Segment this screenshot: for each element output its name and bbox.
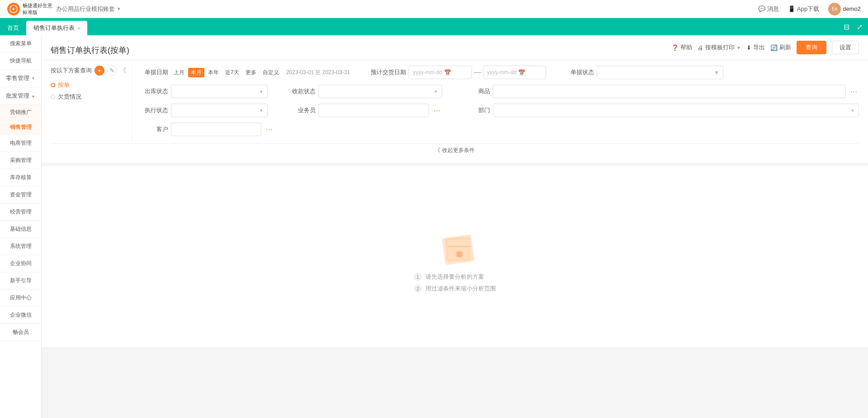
sidebar-item-enterprise[interactable]: 企业协同 (0, 255, 41, 272)
page-content: 销售订单执行表(按单) ❓ 帮助 🖨 按模板打印 ▼ ⬇ 导出 (42, 35, 868, 418)
date-start-input[interactable]: yyyy-mm-dd 📅 (409, 66, 472, 79)
shortcut-this-month[interactable]: 本月 (188, 68, 204, 77)
department-label: 部门 (463, 106, 490, 114)
filter-product: 商品 ··· (463, 85, 859, 98)
tab-close-icon[interactable]: × (77, 25, 80, 31)
sidebar-item-system[interactable]: 系统管理 (0, 238, 41, 255)
customer-input[interactable] (171, 123, 261, 136)
sidebar-item-retail[interactable]: 零售管理 ▼ (0, 70, 41, 87)
sidebar-item-new-guide[interactable]: 新手引导 (0, 272, 41, 290)
salesperson-input[interactable] (318, 104, 429, 117)
product-input[interactable] (493, 85, 846, 98)
department-select[interactable]: ▼ (493, 104, 859, 117)
print-icon: 🖨 (698, 44, 703, 51)
collection-status-select[interactable]: ▼ (318, 85, 442, 98)
edit-scheme-btn[interactable]: ✎ (107, 66, 117, 76)
expected-delivery-label: 预计交货日期 (371, 68, 406, 76)
shortcut-custom[interactable]: 自定义 (260, 68, 282, 77)
status-select[interactable]: ▼ (597, 66, 723, 79)
sidebar-item-ecommerce[interactable]: 电商管理 (0, 135, 41, 152)
filter-department: 部门 ▼ (463, 104, 859, 117)
sidebar-item-inventory[interactable]: 库存核算 (0, 169, 41, 186)
filter-collection-status: 收款状态 ▼ (288, 85, 442, 98)
date-shortcuts: 上月 本月 本年 近7天 更多 自定义 (171, 68, 282, 77)
shortcut-prev-month[interactable]: 上月 (171, 68, 187, 77)
date-separator: — (474, 68, 481, 76)
sidebar-item-membership[interactable]: 畅会员 (0, 324, 41, 341)
tab-bar: 首页 销售订单执行表 × ⊟ ⤢ (0, 18, 868, 35)
status-arrow-icon: ▼ (713, 69, 719, 76)
tab-home-label: 首页 (7, 24, 19, 32)
tab-minimize-icon[interactable]: ⊟ (842, 21, 851, 33)
delivery-status-select[interactable]: ▼ (171, 85, 268, 98)
scheme-sidebar: 按以下方案查询 + ✎ 《 按单 (51, 66, 132, 142)
user-area[interactable]: Ea demo2 (828, 3, 861, 15)
shortcut-more[interactable]: 更多 (243, 68, 259, 77)
refresh-btn[interactable]: 🔄 刷新 (770, 43, 791, 52)
date-end-input[interactable]: yyyy-mm-dd 📅 (483, 66, 546, 79)
logo-text: 畅捷通好生意 标准版 (23, 2, 52, 15)
sidebar-item-quick-nav[interactable]: 快捷导航 (0, 52, 41, 70)
sidebar: 搜索菜单 快捷导航 零售管理 ▼ 批发管理 ▲ 营销推广 销售管理 电商管理 采… (0, 35, 42, 418)
print-arrow-icon: ▼ (736, 45, 741, 50)
collection-status-label: 收款状态 (288, 87, 316, 95)
sidebar-item-search[interactable]: 搜索菜单 (0, 35, 41, 52)
tab-home[interactable]: 首页 (0, 21, 26, 35)
sidebar-item-basic[interactable]: 基础信息 (0, 221, 41, 238)
page-header: 销售订单执行表(按单) ❓ 帮助 🖨 按模板打印 ▼ ⬇ 导出 (42, 35, 868, 60)
data-area: 1 请先选择要分析的方案 2 用过滤条件来缩小分析范围 (42, 166, 868, 347)
app-download-action[interactable]: 📱 App下载 (788, 5, 819, 13)
tab-expand-icon[interactable]: ⤢ (855, 21, 864, 33)
collapse-btn[interactable]: 《 收起更多条件 (51, 143, 859, 157)
collapse-up-icon: 《 (435, 147, 440, 154)
content-area: 销售订单执行表(按单) ❓ 帮助 🖨 按模板打印 ▼ ⬇ 导出 (42, 35, 868, 418)
scheme-dot-outline (51, 95, 55, 99)
execution-status-select[interactable]: ▼ (171, 104, 268, 117)
help-btn[interactable]: ❓ 帮助 (671, 43, 692, 52)
product-more-btn[interactable]: ··· (849, 87, 859, 96)
sidebar-sub-sales[interactable]: 销售管理 (0, 120, 41, 135)
filter-row-1: 单据日期 上月 本月 本年 近7天 更多 自定义 2023-03-01 至 20… (141, 66, 859, 79)
header-right: 💬 消息 📱 App下载 Ea demo2 (758, 3, 861, 15)
scheme-header: 按以下方案查询 + ✎ 《 (51, 66, 126, 76)
print-btn[interactable]: 🖨 按模板打印 ▼ (698, 43, 741, 52)
sidebar-sub-marketing[interactable]: 营销推广 (0, 105, 41, 120)
logo-area: 畅捷通好生意 标准版 (7, 2, 52, 15)
export-icon: ⬇ (746, 44, 751, 51)
main-layout: 搜索菜单 快捷导航 零售管理 ▼ 批发管理 ▲ 营销推广 销售管理 电商管理 采… (0, 35, 868, 418)
shortcut-this-year[interactable]: 本年 (205, 68, 222, 77)
scheme-item-order[interactable]: 按单 (51, 79, 126, 91)
export-btn[interactable]: ⬇ 导出 (746, 43, 765, 52)
filter-date: 单据日期 上月 本月 本年 近7天 更多 自定义 2023-03-01 至 20… (141, 68, 350, 77)
scheme-item-arrears[interactable]: 欠货情况 (51, 91, 126, 103)
empty-tip-2: 2 用过滤条件来缩小分析范围 (414, 285, 496, 293)
tab-bar-right: ⊟ ⤢ (842, 18, 868, 35)
sidebar-item-purchase[interactable]: 采购管理 (0, 152, 41, 169)
sidebar-item-enterprise-wechat[interactable]: 企业微信 (0, 307, 41, 324)
execution-arrow-icon: ▼ (259, 108, 264, 113)
filter-row-3: 执行状态 ▼ 业务员 ··· (141, 104, 859, 117)
sidebar-item-finance[interactable]: 资金管理 (0, 186, 41, 204)
sidebar-item-operations[interactable]: 经营管理 (0, 204, 41, 221)
sidebar-item-app-center[interactable]: 应用中心 (0, 290, 41, 307)
collapse-scheme-icon[interactable]: 《 (120, 66, 126, 75)
help-icon: ❓ (671, 44, 679, 51)
tab-active[interactable]: 销售订单执行表 × (26, 21, 87, 35)
add-scheme-btn[interactable]: + (94, 66, 104, 76)
customer-label: 客户 (141, 125, 168, 133)
filter-customer: 客户 ··· (141, 123, 274, 136)
salesperson-more-btn[interactable]: ··· (432, 106, 442, 115)
sidebar-sub-wholesale: 营销推广 销售管理 (0, 105, 41, 135)
sidebar-item-wholesale[interactable]: 批发管理 ▲ (0, 87, 41, 105)
settings-button[interactable]: 设置 (832, 41, 859, 54)
page-title: 销售订单执行表(按单) (51, 45, 129, 56)
top-header: 畅捷通好生意 标准版 办公用品行业模拟账套 ▼ 💬 消息 📱 App下载 Ea … (0, 0, 868, 18)
customer-more-btn[interactable]: ··· (264, 125, 274, 134)
refresh-icon: 🔄 (770, 44, 778, 51)
shortcut-last7[interactable]: 近7天 (222, 68, 242, 77)
query-button[interactable]: 查询 (797, 41, 826, 54)
tab-active-label: 销售订单执行表 (33, 24, 75, 32)
phone-icon: 📱 (788, 5, 795, 12)
messages-action[interactable]: 💬 消息 (758, 5, 779, 13)
filter-salesperson: 业务员 ··· (288, 104, 442, 117)
